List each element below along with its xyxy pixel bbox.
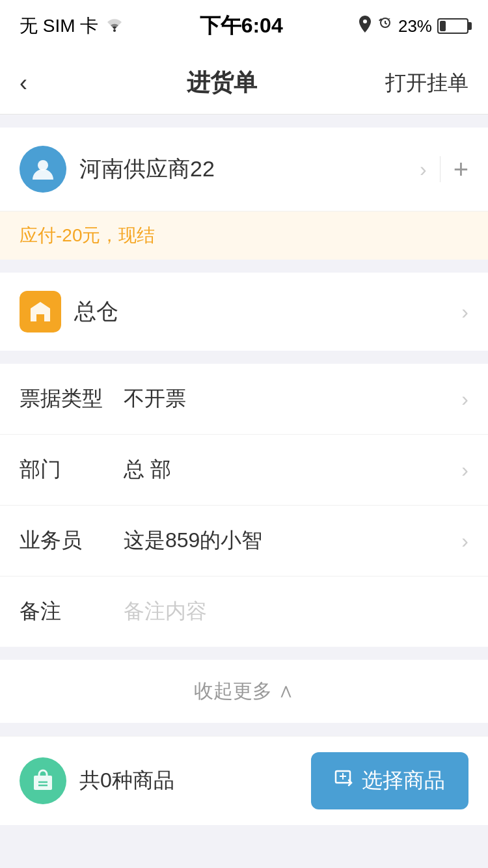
department-label: 部门 <box>20 455 111 484</box>
divider-vertical <box>440 156 441 182</box>
select-product-label: 选择商品 <box>362 766 445 795</box>
supplier-card: 河南供应商22 › + 应付-20元，现结 <box>0 128 488 260</box>
section-gap-2 <box>0 260 488 273</box>
remark-label: 备注 <box>20 597 111 626</box>
invoice-type-row[interactable]: 票据类型 不开票 › <box>0 364 488 435</box>
page-title: 进货单 <box>187 67 257 99</box>
status-time: 下午6:04 <box>200 12 283 40</box>
supplier-name: 河南供应商22 <box>79 154 420 184</box>
salesperson-chevron-icon: › <box>461 529 468 553</box>
department-chevron-icon: › <box>461 458 468 482</box>
nav-bar: ‹ 进货单 打开挂单 <box>0 52 488 115</box>
status-right: 23% <box>358 16 468 37</box>
supplier-avatar <box>20 146 66 193</box>
status-left: 无 SIM 卡 <box>20 14 124 38</box>
notice-bar: 应付-20元，现结 <box>0 211 488 260</box>
location-icon <box>358 16 372 37</box>
svg-rect-2 <box>36 314 44 321</box>
warehouse-card: 总仓 › <box>0 273 488 351</box>
supplier-row[interactable]: 河南供应商22 › + <box>0 128 488 211</box>
collapse-label: 收起更多 ∧ <box>194 678 293 705</box>
carrier-label: 无 SIM 卡 <box>20 14 98 38</box>
form-section: 票据类型 不开票 › 部门 总 部 › 业务员 这是859的小智 › 备注 备注… <box>0 364 488 647</box>
section-gap-1 <box>0 115 488 128</box>
status-bar: 无 SIM 卡 下午6:04 23% <box>0 0 488 52</box>
warehouse-icon <box>20 291 61 332</box>
back-button[interactable]: ‹ <box>20 70 59 97</box>
remark-row[interactable]: 备注 备注内容 <box>0 576 488 647</box>
open-pending-button[interactable]: 打开挂单 <box>385 69 468 98</box>
salesperson-row[interactable]: 业务员 这是859的小智 › <box>0 506 488 576</box>
collapse-row[interactable]: 收起更多 ∧ <box>0 660 488 723</box>
salesperson-label: 业务员 <box>20 526 111 555</box>
alarm-icon <box>377 16 393 36</box>
warehouse-chevron-icon: › <box>461 300 468 324</box>
product-count-label: 共0种商品 <box>79 766 311 795</box>
warehouse-row[interactable]: 总仓 › <box>0 273 488 351</box>
select-product-button[interactable]: 选择商品 <box>311 752 468 809</box>
invoice-type-value: 不开票 <box>111 385 461 413</box>
invoice-type-chevron-icon: › <box>461 387 468 411</box>
department-value: 总 部 <box>111 455 461 484</box>
add-supplier-button[interactable]: + <box>454 155 468 184</box>
supplier-chevron-icon: › <box>420 157 427 182</box>
battery-label: 23% <box>398 16 432 36</box>
battery-icon <box>437 18 468 34</box>
remark-input[interactable]: 备注内容 <box>111 597 468 626</box>
bottom-bar: 共0种商品 选择商品 <box>0 736 488 825</box>
svg-point-0 <box>113 29 116 32</box>
wifi-icon <box>105 16 124 36</box>
svg-point-1 <box>38 160 48 170</box>
department-row[interactable]: 部门 总 部 › <box>0 435 488 506</box>
salesperson-value: 这是859的小智 <box>111 526 461 555</box>
select-product-icon <box>334 769 355 793</box>
invoice-type-label: 票据类型 <box>20 385 111 413</box>
notice-text: 应付-20元，现结 <box>20 225 155 245</box>
warehouse-name: 总仓 <box>74 297 461 327</box>
product-icon <box>20 757 66 804</box>
